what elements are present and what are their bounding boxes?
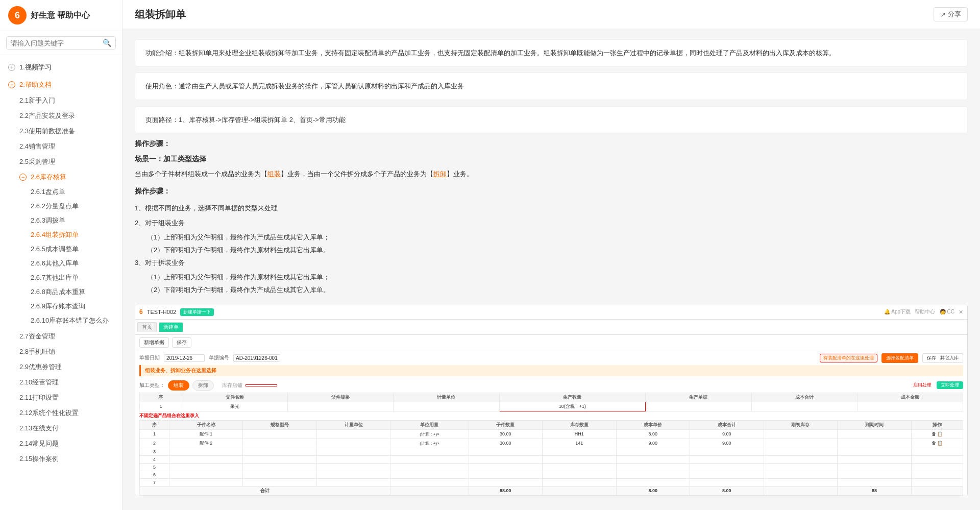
col-unit: 计量单位: [394, 393, 499, 402]
share-button[interactable]: ↗ 分享: [934, 7, 968, 21]
intro-block-2: 使用角色：通常由生产人员或库管人员完成拆装业务的操作，库管人员确认原材料的出库和…: [135, 72, 968, 100]
step3: 3、对于拆装业务: [135, 257, 968, 270]
type-btn-chaijie[interactable]: 拆卸: [192, 380, 214, 391]
app-tab-bar: 首页 新建单: [135, 320, 967, 335]
form-fields-row: 单据日期 2019-12-26 单据编号 AD-20191226-001 有装配…: [135, 351, 967, 365]
lower-table: 序 子件名称 规格型号 计量单位 单位用量 子件数量 库存数量 成本单价 成本合…: [139, 420, 963, 496]
field-date-label: 单据日期: [139, 354, 160, 361]
table-row: 7: [140, 478, 963, 486]
sidebar-item-2-6-4[interactable]: 2.6.4组装拆卸单: [31, 228, 122, 242]
step2-sub1: （1）上部明细为父件明细，最终作为产成品生成其它入库单；: [135, 231, 968, 244]
col-parent-spec: 父件规格: [288, 393, 394, 402]
app-window: 6 TEST-H002 新建单据一下 🔔 App下载 帮助中心 🧑 CC ✕ 首…: [135, 305, 967, 496]
sidebar-item-2-2[interactable]: 2.2产品安装及登录: [19, 108, 122, 124]
sidebar-item-2-5[interactable]: 2.5采购管理: [19, 154, 122, 169]
annotation3: 启用处理: [913, 382, 932, 388]
annotation4: 不固定选产品组合在这里录入: [135, 411, 967, 420]
app-new-order-btn: 新建单据一下: [180, 308, 214, 316]
sidebar-item-2-12[interactable]: 2.12系统个性化设置: [19, 405, 122, 421]
toolbar-btn-select[interactable]: 选择装配清单: [881, 353, 918, 363]
search-box[interactable]: 🔍: [6, 36, 116, 50]
sidebar-item-2-6-1[interactable]: 2.6.1盘点单: [31, 185, 122, 199]
type-btn-zuzhuang[interactable]: 组装: [168, 380, 189, 391]
sidebar-item-2-6-9[interactable]: 2.6.9库存账本查询: [31, 299, 122, 313]
field-date-value[interactable]: 2019-12-26: [164, 354, 205, 362]
scenario1-desc: 当由多个子件材料组装成一个成品的业务为【组装】业务，当由一个父件拆分成多个子产品…: [135, 168, 968, 181]
docs-subitems: 2.1新手入门 2.2产品安装及登录 2.3使用前数据准备 2.4销售管理 2.…: [0, 93, 122, 467]
form-row-2: 组装业务、拆卸业务在这里选择: [139, 365, 963, 376]
search-input[interactable]: [11, 39, 103, 47]
sidebar-item-2-15[interactable]: 2.15操作案例: [19, 451, 122, 467]
search-icon[interactable]: 🔍: [103, 39, 111, 47]
toolbar-btn-savefinal[interactable]: 保存 其它入库: [922, 353, 963, 363]
operations-section: 操作步骤： 场景一：加工类型选择 当由多个子件材料组装成一个成品的业务为【组装】…: [135, 139, 968, 496]
collapse-icon-2-6: −: [19, 174, 27, 181]
main-header: 组装拆卸单 ↗ 分享: [122, 0, 980, 29]
col-cost-amt: 成本金额: [857, 393, 963, 402]
sidebar-item-video[interactable]: + 1.视频学习: [0, 59, 122, 76]
sidebar-item-2-3[interactable]: 2.3使用前数据准备: [19, 124, 122, 139]
sidebar-item-2-4[interactable]: 2.4销售管理: [19, 139, 122, 154]
table-row: 6: [140, 471, 963, 478]
step2-sub2: （2）下部明细为子件明细，最终作为原材料生成其它出库单。: [135, 244, 968, 257]
nav-level3-2-6: 2.6.1盘点单 2.6.2分量盘点单 2.6.3调拨单 2.6.4组装拆卸单 …: [19, 185, 122, 328]
table-row: 3: [140, 448, 963, 455]
table-footer: 合计 88.00 8.00 8.00 88: [140, 486, 963, 495]
table-row: 4: [140, 455, 963, 463]
sidebar-item-2-7[interactable]: 2.7资金管理: [19, 329, 122, 344]
sidebar-item-2-6-6[interactable]: 2.6.6其他入库单: [31, 256, 122, 271]
enable-btn[interactable]: 立即处理: [937, 381, 963, 389]
page-title: 组装拆卸单: [135, 8, 186, 21]
ops-steps-title: 操作步骤：: [135, 187, 968, 196]
toolbar-btn-save[interactable]: 保存: [172, 337, 191, 348]
share-icon: ↗: [940, 11, 946, 18]
tab-new-order[interactable]: 新建单: [159, 322, 183, 332]
intro-block-3: 页面路径：1、库存核算->库存管理->组装拆卸单 2、首页->常用功能: [135, 106, 968, 133]
intro-block-1: 功能介绍：组装拆卸单用来处理企业组装或拆卸等加工业务，支持有固定装配清单的产品加…: [135, 39, 968, 66]
app-icons: 🔔 App下载 帮助中心 🧑 CC: [884, 308, 954, 315]
sidebar-item-2-10[interactable]: 2.10经营管理: [19, 375, 122, 390]
toolbar-btn-new[interactable]: 新增单据: [139, 337, 169, 348]
sidebar-item-2-6-2[interactable]: 2.6.2分量盘点单: [31, 199, 122, 213]
type-selector: 加工类型： 组装 拆卸 库存店铺 启用处理 立即处理: [135, 378, 967, 393]
table-row: 1 配件 1 (计算：+)× 30.00 HH1 8.00 9.00: [140, 429, 963, 439]
nav-area: + 1.视频学习 − 2.帮助文档 2.1新手入门 2.2产品安装及登录 2.3…: [0, 55, 122, 510]
close-icon[interactable]: ✕: [959, 309, 963, 315]
sidebar-item-2-6-8[interactable]: 2.6.8商品成本重算: [31, 285, 122, 299]
app-toolbar: 新增单据 保存: [135, 335, 967, 351]
sidebar-item-2-9[interactable]: 2.9优惠券管理: [19, 359, 122, 375]
search-area: 🔍: [0, 31, 122, 55]
step3-sub2: （2）下部明细为子件明细，最终作为产成品生成其它入库单。: [135, 284, 968, 297]
nav-section-2-6: − 2.6库存核算 2.6.1盘点单 2.6.2分量盘点单 2.6.3调拨单 2…: [19, 169, 122, 328]
sidebar-item-2-6[interactable]: − 2.6库存核算: [19, 169, 122, 185]
sidebar-item-2-14[interactable]: 2.14常见问题: [19, 436, 122, 451]
sidebar-item-label: 2.帮助文档: [19, 80, 52, 89]
app-logo: 6: [139, 308, 143, 315]
sidebar-item-2-6-5[interactable]: 2.6.5成本调整单: [31, 242, 122, 256]
sidebar-item-2-13[interactable]: 2.13在线支付: [19, 421, 122, 436]
operations-title: 操作步骤：: [135, 139, 968, 149]
stock-label: 库存店铺: [222, 382, 242, 389]
nav-section-docs: − 2.帮助文档 2.1新手入门 2.2产品安装及登录 2.3使用前数据准备 2…: [0, 77, 122, 467]
sidebar-item-2-6-10[interactable]: 2.6.10库存账本错了怎么办: [31, 313, 122, 328]
sidebar-item-2-11[interactable]: 2.11打印设置: [19, 390, 122, 405]
sidebar: 6 好生意 帮助中心 🔍 + 1.视频学习 − 2.帮助文档 2.1新手入门 2…: [0, 0, 122, 510]
sidebar-item-2-8[interactable]: 2.8手机旺铺: [19, 344, 122, 359]
logo-icon: 6: [8, 6, 27, 25]
expand-icon: +: [8, 64, 15, 71]
upper-table-area: 序 父件名称 父件规格 计量单位 生产数量 生产单据 成本合计 成本金额: [135, 393, 967, 411]
sidebar-item-2-6-7[interactable]: 2.6.7其他出库单: [31, 271, 122, 285]
collapse-icon: −: [8, 81, 15, 88]
tab-home[interactable]: 首页: [137, 322, 157, 332]
table-row: 2 配件 2 (计算：+)× 30.00 141 9.00 9.00: [140, 439, 963, 448]
sidebar-item-2-6-3[interactable]: 2.6.3调拨单: [31, 213, 122, 228]
sidebar-item-docs[interactable]: − 2.帮助文档: [0, 77, 122, 93]
sidebar-item-2-1[interactable]: 2.1新手入门: [19, 93, 122, 108]
stock-input[interactable]: [246, 384, 277, 386]
field-number-value[interactable]: AD-20191226-001: [233, 354, 280, 362]
col-seq: 序: [140, 393, 182, 402]
col-parent-name: 父件名称: [182, 393, 287, 402]
table-row: 1 采光 10(含税：+1): [140, 402, 963, 411]
upper-table: 序 父件名称 父件规格 计量单位 生产数量 生产单据 成本合计 成本金额: [139, 393, 963, 411]
field-number-label: 单据编号: [209, 354, 229, 361]
